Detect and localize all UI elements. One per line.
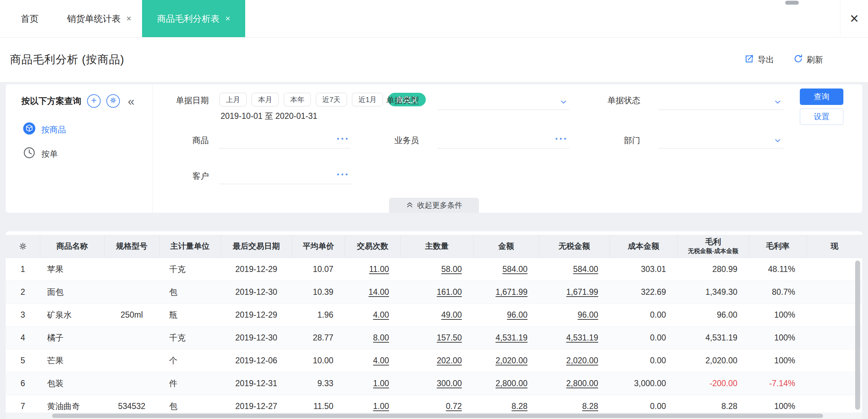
close-tab-icon[interactable]: ×	[225, 14, 230, 23]
col-product-name[interactable]: 商品名称	[40, 235, 104, 258]
collapse-panel-icon[interactable]: «	[128, 95, 135, 107]
scheme-list: 按商品 按单	[6, 118, 152, 165]
drilldown-link[interactable]: 96.00	[507, 310, 528, 319]
col-unit[interactable]: 主计量单位	[159, 235, 221, 258]
drilldown-link[interactable]: 4,531.19	[566, 333, 598, 342]
ellipsis-icon[interactable]: ···	[337, 168, 349, 181]
scheme-item-by-product[interactable]: 按商品	[6, 118, 152, 141]
refresh-button[interactable]: 刷新	[793, 54, 823, 66]
col-cost-amount[interactable]: 成本金额	[610, 235, 677, 258]
close-icon[interactable]: ×	[840, 0, 868, 37]
close-tab-icon[interactable]: ×	[126, 14, 131, 23]
avg-price-cell: 10.39	[292, 281, 345, 303]
drilldown-link[interactable]: 584.00	[573, 264, 598, 274]
col-main-qty[interactable]: 主数量	[400, 235, 473, 258]
drilldown-link[interactable]: 8.00	[373, 333, 389, 342]
trade-count-cell: 14.00	[345, 281, 400, 303]
drilldown-link[interactable]: 584.00	[503, 264, 528, 274]
col-trade-count[interactable]: 交易次数	[345, 235, 400, 258]
export-button[interactable]: 导出	[745, 54, 774, 66]
drilldown-link[interactable]: 2,800.00	[566, 379, 598, 388]
tab-profit-analysis[interactable]: 商品毛利分析表 ×	[142, 0, 245, 37]
refresh-label: 刷新	[807, 54, 823, 65]
cost-amount-cell: 0.00	[610, 326, 677, 349]
result-table-panel: 商品名称 规格型号 主计量单位 最后交易日期 平均单价 交易次数 主数量 金额 …	[6, 231, 862, 419]
drilldown-link[interactable]: 4,531.19	[495, 333, 528, 342]
drilldown-link[interactable]: 202.00	[437, 356, 462, 365]
table-row[interactable]: 6包装件2019-12-319.331.00300.002,800.002,80…	[6, 372, 862, 395]
gross-profit-rate-cell: 48.11%	[749, 258, 807, 281]
vertical-scrollbar-thumb[interactable]	[855, 261, 860, 410]
table-row[interactable]: 3矿泉水250ml瓶2019-12-291.964.0049.0096.0096…	[6, 303, 862, 326]
customer-input[interactable]: ···	[219, 168, 351, 184]
product-input[interactable]: ···	[219, 132, 351, 148]
spec-model-cell	[104, 326, 159, 349]
query-button[interactable]: 查询	[800, 89, 843, 105]
col-tax-free-amount[interactable]: 无税金额	[539, 235, 610, 258]
row-index-cell: 4	[6, 326, 40, 349]
column-settings-button[interactable]	[6, 235, 40, 258]
doc-type-select[interactable]	[437, 94, 569, 110]
salesperson-input[interactable]: ···	[437, 132, 569, 148]
tab-home[interactable]: 首页	[10, 0, 49, 37]
date-range-value[interactable]: 2019-10-01 至 2020-01-31	[221, 111, 317, 122]
doc-status-select[interactable]	[658, 94, 783, 110]
col-spec-model[interactable]: 规格型号	[104, 235, 159, 258]
tab-label: 首页	[21, 13, 39, 25]
drilldown-link[interactable]: 4.00	[373, 356, 389, 365]
tab-sales-order-report[interactable]: 销货单统计表 ×	[56, 0, 142, 37]
gross-profit-rate-cell: 100%	[749, 303, 807, 326]
drilldown-link[interactable]: 1.00	[373, 402, 389, 411]
table-row[interactable]: 1苹果千克2019-12-2910.0711.0058.00584.00584.…	[6, 258, 862, 281]
cost-amount-cell: 3,000.00	[610, 372, 677, 395]
drilldown-link[interactable]: 1,671.99	[495, 287, 528, 297]
date-quick-pill[interactable]: 上月	[219, 93, 247, 106]
table-row[interactable]: 2面包包2019-12-3010.3914.00161.001,671.991,…	[6, 281, 862, 303]
drilldown-link[interactable]: 157.50	[437, 333, 462, 342]
ellipsis-icon[interactable]: ···	[337, 133, 349, 145]
spec-model-cell	[104, 349, 159, 372]
table-row[interactable]: 4橘子千克2019-12-3028.778.00157.504,531.194,…	[6, 326, 862, 349]
last-trade-date-cell: 2019-12-29	[221, 303, 292, 326]
department-select[interactable]	[658, 132, 783, 148]
col-gross-profit[interactable]: 毛利 无税金额-成本金额	[677, 235, 749, 258]
drilldown-link[interactable]: 58.00	[441, 264, 462, 274]
chevron-down-icon	[559, 98, 568, 106]
drilldown-link[interactable]: 14.00	[368, 287, 389, 297]
drilldown-link[interactable]: 0.72	[446, 402, 462, 411]
stock-cell	[807, 372, 862, 395]
drilldown-link[interactable]: 1.00	[373, 379, 389, 388]
col-avg-price[interactable]: 平均单价	[292, 235, 345, 258]
col-stock-clipped[interactable]: 现	[807, 235, 862, 258]
scheme-panel: 按以下方案查询 + « 按商品 按单	[6, 84, 153, 213]
col-gross-profit-rate[interactable]: 毛利率	[749, 235, 807, 258]
drilldown-link[interactable]: 1,671.99	[566, 287, 598, 297]
date-quick-pill[interactable]: 近7天	[316, 93, 347, 106]
drilldown-link[interactable]: 4.00	[373, 310, 389, 319]
refresh-icon	[793, 54, 803, 66]
drilldown-link[interactable]: 161.00	[437, 287, 462, 297]
date-quick-pill[interactable]: 本年	[284, 93, 311, 106]
drilldown-link[interactable]: 2,800.00	[495, 379, 528, 388]
settings-button[interactable]: 设置	[800, 108, 843, 125]
horizontal-scrollbar-thumb[interactable]	[52, 414, 823, 418]
drilldown-link[interactable]: 8.28	[582, 402, 598, 411]
amount-cell: 4,531.19	[473, 326, 539, 349]
drilldown-link[interactable]: 2,020.00	[566, 356, 598, 365]
scrollbar-thumb[interactable]	[785, 1, 799, 5]
drilldown-link[interactable]: 11.00	[369, 264, 389, 274]
drilldown-link[interactable]: 96.00	[577, 310, 598, 319]
scheme-item-by-order[interactable]: 按单	[6, 143, 152, 165]
col-last-trade-date[interactable]: 最后交易日期	[221, 235, 292, 258]
drilldown-link[interactable]: 2,020.00	[495, 356, 528, 365]
drilldown-link[interactable]: 49.00	[441, 310, 462, 319]
collapse-more-button[interactable]: 收起更多条件	[389, 198, 479, 213]
drilldown-link[interactable]: 8.28	[511, 402, 528, 411]
col-amount[interactable]: 金额	[473, 235, 539, 258]
date-quick-pill[interactable]: 本月	[252, 93, 279, 106]
drilldown-link[interactable]: 300.00	[437, 379, 462, 388]
scheme-settings-button[interactable]	[106, 94, 120, 108]
add-scheme-button[interactable]: +	[87, 94, 101, 108]
table-row[interactable]: 5芒果个2019-12-0610.004.00202.002,020.002,0…	[6, 349, 862, 372]
ellipsis-icon[interactable]: ···	[555, 133, 568, 145]
